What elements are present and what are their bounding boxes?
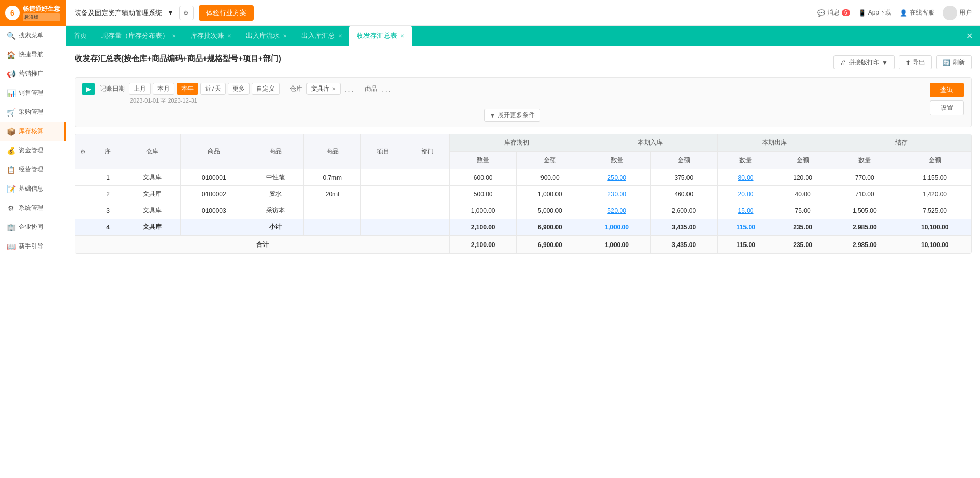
row-settings <box>75 169 92 186</box>
sidebar-item-search[interactable]: 🔍 搜索菜单 <box>0 26 66 45</box>
query-button[interactable]: 查询 <box>930 83 964 97</box>
row-project <box>361 202 405 219</box>
date-more-button[interactable]: 更多 <box>228 83 250 95</box>
service-icon: 👤 <box>900 9 908 17</box>
tab-home[interactable]: 首页 <box>66 26 94 46</box>
row-in-qty[interactable]: 1,000.00 <box>583 219 650 236</box>
row-out-qty[interactable]: 20.00 <box>717 186 774 202</box>
phone-icon: 📱 <box>858 9 866 17</box>
row-in-qty[interactable]: 250.00 <box>583 169 650 186</box>
app-logo: 6 畅捷通好生意 标准版 <box>0 0 66 26</box>
row-out-amt: 120.00 <box>774 169 831 186</box>
footer-out-qty: 115.00 <box>717 236 774 253</box>
date-last-month-button[interactable]: 上月 <box>129 83 151 95</box>
close-all-tabs-button[interactable]: ✕ <box>959 31 980 41</box>
system-dropdown[interactable]: ▼ <box>167 9 174 17</box>
row-opening-qty: 2,100.00 <box>450 219 517 236</box>
sidebar-item-quick-nav[interactable]: 🏠 快捷导航 <box>0 45 66 64</box>
warehouse-tag-text: 文具库 <box>311 84 330 93</box>
tab-stock-dist-close[interactable]: ✕ <box>172 33 176 39</box>
user-action[interactable]: 用户 <box>943 6 972 20</box>
col-out-qty-header: 数量 <box>717 152 774 169</box>
warehouse-tag-close[interactable]: ✕ <box>332 86 336 92</box>
col-settings-header[interactable]: ⚙ <box>75 134 92 169</box>
tab-recv-send-summary-close[interactable]: ✕ <box>400 33 404 39</box>
top-header: 装备及固定资产辅助管理系统 ▼ ⚙ 体验行业方案 💬 消息 6 📱 App下载 … <box>66 0 980 26</box>
row-out-qty[interactable]: 80.00 <box>717 169 774 186</box>
table-row: 4 文具库 小计 2,100.00 6,900.00 1,000.00 3,43… <box>75 219 971 236</box>
tab-in-out-flow-label: 出入库流水 <box>246 31 280 40</box>
logo-text: 畅捷通好生意 标准版 <box>23 5 60 21</box>
row-settings <box>75 202 92 219</box>
logo-badge: 标准版 <box>23 13 60 21</box>
row-warehouse: 文具库 <box>124 219 181 236</box>
row-in-qty[interactable]: 520.00 <box>583 202 650 219</box>
row-code <box>181 219 247 236</box>
sidebar-item-label: 基础信息 <box>19 184 43 193</box>
col-no-header: 序 <box>92 134 124 169</box>
tab-in-out-summary[interactable]: 出入库汇总 ✕ <box>294 26 349 46</box>
goods-ellipsis-button[interactable]: ... <box>382 84 391 94</box>
row-in-qty[interactable]: 230.00 <box>583 186 650 202</box>
sidebar-item-label: 系统管理 <box>19 204 43 212</box>
tab-in-out-summary-close[interactable]: ✕ <box>338 33 342 39</box>
header-right: 💬 消息 6 📱 App下载 👤 在线客服 用户 <box>817 6 972 20</box>
table-row: 1 文具库 0100001 中性笔 0.7mm 600.00 900.00 25… <box>75 169 971 186</box>
col-project-header: 项目 <box>361 134 405 169</box>
online-service-action[interactable]: 👤 在线客服 <box>900 8 934 17</box>
home-icon: 🏠 <box>6 51 16 59</box>
date-7days-button[interactable]: 近7天 <box>200 83 226 95</box>
app-download-action[interactable]: 📱 App下载 <box>858 8 891 17</box>
sidebar-item-guide[interactable]: 📖 新手引导 <box>0 237 66 256</box>
chevron-down-icon: ▼ <box>882 59 888 66</box>
row-closing-amt: 7,525.00 <box>898 202 971 219</box>
footer-in-amt: 3,435.00 <box>650 236 717 253</box>
sidebar-item-finance[interactable]: 💰 资金管理 <box>0 141 66 160</box>
date-this-year-button[interactable]: 本年 <box>177 83 198 95</box>
tab-batch-ledger[interactable]: 库存批次账 ✕ <box>183 26 239 46</box>
row-settings <box>75 219 92 236</box>
sidebar-item-enterprise[interactable]: 🏢 企业协同 <box>0 218 66 237</box>
sidebar-item-purchase[interactable]: 🛒 采购管理 <box>0 103 66 122</box>
warehouse-ellipsis-button[interactable]: ... <box>345 84 355 94</box>
sidebar-item-system[interactable]: ⚙ 系统管理 <box>0 198 66 218</box>
settings-icon: ⚙ <box>80 148 86 155</box>
tab-in-out-flow-close[interactable]: ✕ <box>283 33 287 39</box>
message-action[interactable]: 💬 消息 6 <box>817 8 850 17</box>
sidebar-item-label: 资金管理 <box>19 146 43 155</box>
filter-settings-button[interactable]: 设置 <box>930 100 964 115</box>
tab-stock-dist[interactable]: 现存量（库存分布表） ✕ <box>94 26 183 46</box>
summary-table: ⚙ 序 仓库 商品 商品 商品 项目 部门 库存期初 本期入库 本期出库 <box>75 134 971 253</box>
tab-in-out-flow[interactable]: 出入库流水 ✕ <box>239 26 294 46</box>
trial-button[interactable]: 体验行业方案 <box>199 5 254 21</box>
sidebar-item-sales[interactable]: 📊 销售管理 <box>0 83 66 103</box>
data-table: ⚙ 序 仓库 商品 商品 商品 项目 部门 库存期初 本期入库 本期出库 <box>75 134 972 254</box>
row-code: 0100002 <box>181 186 247 202</box>
basic-info-icon: 📝 <box>6 185 16 193</box>
tab-batch-ledger-close[interactable]: ✕ <box>227 33 231 39</box>
row-out-qty[interactable]: 15.00 <box>717 202 774 219</box>
warehouse-tag[interactable]: 文具库 ✕ <box>306 83 341 95</box>
tab-recv-send-summary[interactable]: 收发存汇总表 ✕ <box>349 26 412 46</box>
sidebar-item-inventory[interactable]: 📦 库存核算 <box>0 122 66 141</box>
row-spec <box>304 202 361 219</box>
row-out-qty[interactable]: 115.00 <box>717 219 774 236</box>
date-custom-button[interactable]: 自定义 <box>252 83 280 95</box>
page-actions: 🖨 拼接版打印 ▼ ⬆ 导出 🔄 刷新 <box>833 55 972 69</box>
date-this-month-button[interactable]: 本月 <box>153 83 174 95</box>
expand-conditions-button[interactable]: ▼ 展开更多条件 <box>484 109 541 122</box>
row-closing-qty: 710.00 <box>831 186 898 202</box>
refresh-button[interactable]: 🔄 刷新 <box>936 55 972 69</box>
main-area: 装备及固定资产辅助管理系统 ▼ ⚙ 体验行业方案 💬 消息 6 📱 App下载 … <box>66 0 980 478</box>
filter-toggle-button[interactable]: ▶ <box>82 83 95 95</box>
sidebar-item-operations[interactable]: 📋 经营管理 <box>0 160 66 179</box>
sidebar-item-basic-info[interactable]: 📝 基础信息 <box>0 179 66 198</box>
row-opening-qty: 600.00 <box>450 169 517 186</box>
sidebar-menu: 🔍 搜索菜单 🏠 快捷导航 📢 营销推广 📊 销售管理 🛒 采购管理 📦 库存核… <box>0 26 66 478</box>
sidebar-item-marketing[interactable]: 📢 营销推广 <box>0 64 66 83</box>
export-button[interactable]: ⬆ 导出 <box>899 55 932 69</box>
header-settings-button[interactable]: ⚙ <box>179 6 194 20</box>
col-out-amt-header: 金额 <box>774 152 831 169</box>
row-out-amt: 75.00 <box>774 202 831 219</box>
print-button[interactable]: 🖨 拼接版打印 ▼ <box>833 55 895 69</box>
